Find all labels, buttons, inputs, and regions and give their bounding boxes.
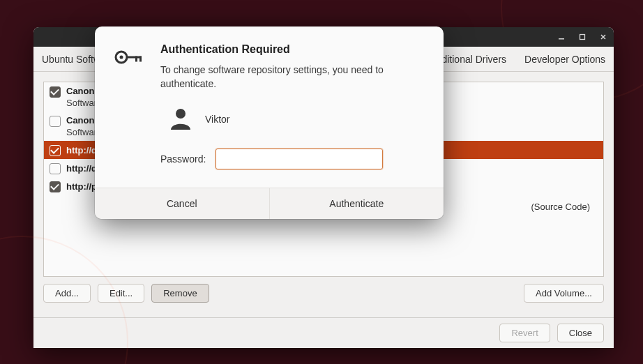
svg-rect-4 bbox=[126, 56, 142, 59]
auth-title: Authentication Required bbox=[160, 43, 424, 56]
svg-rect-6 bbox=[139, 56, 142, 62]
password-input[interactable] bbox=[215, 149, 383, 169]
key-icon bbox=[114, 47, 145, 169]
authenticate-button[interactable]: Authenticate bbox=[270, 188, 444, 219]
svg-point-3 bbox=[120, 56, 123, 59]
auth-dialog: Authentication Required To change softwa… bbox=[95, 26, 444, 219]
password-label: Password: bbox=[160, 153, 206, 165]
auth-message: To change software repository settings, … bbox=[160, 63, 424, 91]
add-button[interactable]: Add... bbox=[43, 284, 91, 303]
svg-rect-5 bbox=[135, 56, 137, 62]
user-icon bbox=[169, 106, 192, 132]
cancel-button[interactable]: Cancel bbox=[95, 188, 270, 219]
svg-point-7 bbox=[176, 109, 186, 119]
auth-username: Viktor bbox=[205, 114, 230, 125]
